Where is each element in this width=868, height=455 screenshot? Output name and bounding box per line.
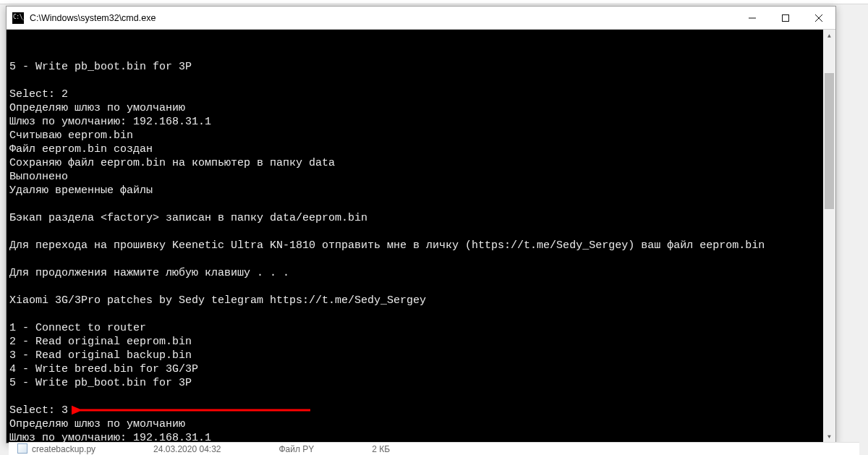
cmd-icon bbox=[12, 12, 24, 24]
scroll-up-button[interactable]: ▲ bbox=[823, 30, 835, 42]
minimize-button[interactable] bbox=[736, 7, 769, 29]
background-explorer-strip bbox=[0, 0, 868, 4]
scroll-down-button[interactable]: ▼ bbox=[823, 430, 835, 443]
explorer-row-fragment: createbackup.py 24.03.2020 04:32 Файл PY… bbox=[9, 442, 859, 455]
close-button[interactable] bbox=[802, 7, 835, 29]
python-file-icon bbox=[17, 443, 27, 454]
console-output[interactable]: 5 - Write pb_boot.bin for 3P Select: 2 О… bbox=[7, 30, 835, 443]
file-item[interactable]: createbackup.py bbox=[17, 443, 95, 454]
file-name: createbackup.py bbox=[32, 444, 95, 454]
scrollbar[interactable]: ▲ ▼ bbox=[823, 30, 835, 443]
maximize-button[interactable] bbox=[769, 7, 802, 29]
console-text: 5 - Write pb_boot.bin for 3P Select: 2 О… bbox=[9, 60, 831, 443]
scroll-track[interactable] bbox=[823, 42, 835, 430]
window-controls bbox=[736, 7, 835, 29]
cmd-window: C:\Windows\system32\cmd.exe 5 - Write pb… bbox=[6, 6, 836, 443]
file-type: Файл PY bbox=[278, 444, 314, 454]
file-date: 24.03.2020 04:32 bbox=[153, 444, 221, 454]
file-size: 2 КБ bbox=[372, 444, 390, 454]
titlebar[interactable]: C:\Windows\system32\cmd.exe bbox=[7, 7, 835, 30]
svg-rect-1 bbox=[783, 14, 789, 21]
scroll-thumb[interactable] bbox=[825, 73, 834, 209]
window-title: C:\Windows\system32\cmd.exe bbox=[30, 13, 736, 23]
